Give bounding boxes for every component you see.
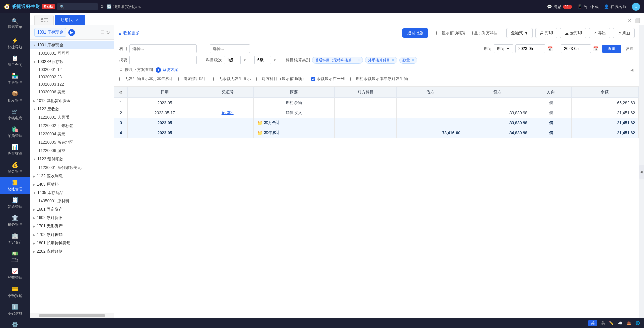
- tree-item-1132[interactable]: ▶ 1132 应收利息: [30, 172, 114, 180]
- sidebar-item-tax[interactable]: 🏛️ 税务管理: [0, 212, 30, 230]
- navigate-next-btn[interactable]: ▶: [68, 29, 75, 36]
- search-box[interactable]: 🔍: [57, 3, 98, 10]
- scheme-btn[interactable]: 系统方案: [162, 67, 178, 73]
- sidebar-item-xc-sales[interactable]: 💳 小畅报销: [0, 283, 30, 301]
- cloud-print-btn[interactable]: ☁ 云打印: [560, 28, 586, 38]
- tree-list-icon[interactable]: ☰: [101, 30, 105, 35]
- period-end-input[interactable]: [561, 44, 591, 53]
- tab-detail-ledger[interactable]: 明细账 ✕: [55, 15, 85, 25]
- tree-item-1702[interactable]: ▶ 1702 累计摊销: [30, 231, 114, 239]
- level-dropdown[interactable]: ▼: [243, 58, 246, 62]
- check-opening-balance[interactable]: 期初余额显示本年累计发生额: [350, 76, 408, 82]
- summary-input[interactable]: [129, 56, 197, 64]
- level-end-input[interactable]: [254, 56, 271, 64]
- tree-item-1001[interactable]: ▼ 1001 库存现金: [30, 41, 114, 49]
- balance-one-col-checkbox[interactable]: [311, 77, 315, 81]
- tree-item-1701[interactable]: ▶ 1701 无形资产: [30, 222, 114, 231]
- refresh-btn[interactable]: ⟳ 刷新: [613, 28, 635, 38]
- tree-item-11220004[interactable]: 11220004 美元: [30, 130, 114, 138]
- tree-item-10020006[interactable]: 10020006 美元: [30, 88, 114, 96]
- tree-scrollbar[interactable]: [30, 313, 114, 318]
- tree-item-1801[interactable]: ▶ 1801 长期待摊费用: [30, 239, 114, 247]
- level-end-dropdown[interactable]: ▼: [273, 58, 276, 62]
- tree-item-1602[interactable]: ▶ 1602 累计折旧: [30, 214, 114, 222]
- sidebar-item-retail[interactable]: 🏪 零售管理: [0, 70, 30, 88]
- td-voucher-2[interactable]: 记-006: [202, 108, 253, 118]
- amount-style-btn[interactable]: 金额式 ▼: [506, 28, 533, 38]
- sidebar-item-purchase[interactable]: 🛍️ 采购管理: [0, 123, 30, 141]
- period-type-select[interactable]: 期间 ▼: [494, 44, 513, 53]
- check-opposite-subject[interactable]: 对方科目（显示辅助项）: [256, 76, 306, 82]
- app-download-btn[interactable]: 📱 App下载: [577, 4, 599, 10]
- tree-item-10020002[interactable]: 10020002 23: [30, 73, 114, 81]
- settings-icon[interactable]: ⚙: [100, 4, 104, 9]
- tab-home[interactable]: 首页: [34, 15, 54, 25]
- tree-item-2202[interactable]: ▶ 2202 应付账款: [30, 247, 114, 256]
- tree-item-10010001[interactable]: 10010001 同同同: [30, 49, 114, 58]
- tree-item-11220005[interactable]: 11220005 所在地区: [30, 138, 114, 147]
- level-start-input[interactable]: [224, 56, 241, 64]
- show-aux-check[interactable]: 显示辅助核算: [436, 30, 466, 36]
- tree-item-1405[interactable]: ▼ 1405 库存商品: [30, 189, 114, 197]
- tree-item-11220001[interactable]: 11220001 人民币: [30, 113, 114, 122]
- status-item-download[interactable]: 📥: [627, 321, 631, 325]
- tag-remove-1[interactable]: ✕: [357, 58, 360, 62]
- tree-item-1123[interactable]: ▼ 1123 预付账款: [30, 155, 114, 163]
- subject-start-input[interactable]: [129, 44, 197, 53]
- maximize-icon[interactable]: ⬜: [634, 18, 640, 23]
- sidebar-item-quick-nav[interactable]: ⚡ 快捷导航: [0, 35, 30, 52]
- settings-link[interactable]: 设置: [625, 46, 633, 52]
- sidebar-item-search-menu[interactable]: 🔍 搜索菜单: [0, 16, 30, 33]
- column-settings-icon[interactable]: ⚙: [119, 90, 123, 95]
- message-btn[interactable]: 💬 消息 99+: [547, 4, 572, 10]
- status-item-1[interactable]: 英: [601, 321, 605, 326]
- export-btn[interactable]: ↗ 导出: [589, 28, 610, 38]
- show-opposite-check[interactable]: 显示对方科目: [469, 30, 498, 36]
- tree-item-14050001[interactable]: 14050001 原材料: [30, 197, 114, 205]
- lang-switch-btn[interactable]: 英: [588, 320, 597, 326]
- status-item-cloud[interactable]: ☁️: [618, 321, 623, 325]
- subject-end-input[interactable]: [210, 44, 250, 53]
- sidebar-item-fixed-assets[interactable]: 🏢 固定资产: [0, 230, 30, 248]
- tree-item-1601[interactable]: ▶ 1601 固定资产: [30, 205, 114, 214]
- check-no-balance-show[interactable]: 无余额无发生显示: [213, 76, 251, 82]
- opposite-subject-checkbox[interactable]: [256, 77, 260, 81]
- tag-remove-3[interactable]: ✕: [411, 58, 414, 62]
- check-hide-disabled[interactable]: 隐藏禁用科目: [178, 76, 208, 82]
- period-start-input[interactable]: [515, 44, 545, 53]
- tree-expand-icon[interactable]: ⟲: [106, 30, 110, 35]
- sidebar-item-project-contract[interactable]: 📋 项目合同: [0, 52, 30, 70]
- tree-item-11220006[interactable]: 11220006 游戏: [30, 147, 114, 155]
- sidebar-item-ops[interactable]: 📈 经营管理: [0, 265, 30, 283]
- user-avatar[interactable]: U: [632, 3, 640, 11]
- no-balance-checkbox[interactable]: [119, 77, 123, 81]
- current-account-btn[interactable]: 1001 库存现金: [34, 28, 66, 37]
- calendar-end-icon[interactable]: 📅: [593, 46, 598, 51]
- close-panel-icon[interactable]: ✕: [628, 18, 632, 23]
- demo-btn[interactable]: 🔄 我要看实例演示: [107, 4, 141, 10]
- tab-close-icon[interactable]: ✕: [76, 18, 79, 22]
- status-item-edit[interactable]: ✏️: [609, 321, 614, 325]
- right-collapse-btn[interactable]: ◀: [639, 165, 644, 179]
- sidebar-item-ecommerce[interactable]: 🛒 小畅电商: [0, 106, 30, 123]
- settings-circle-icon[interactable]: ⚙: [119, 68, 123, 72]
- tree-item-1403[interactable]: ▶ 1403 原材料: [30, 180, 114, 189]
- sidebar-item-invoice[interactable]: 🧾 发票管理: [0, 194, 30, 212]
- show-aux-checkbox[interactable]: [436, 31, 440, 35]
- query-btn[interactable]: 查询: [602, 45, 621, 53]
- return-old-version-btn[interactable]: 退回旧版: [402, 28, 428, 38]
- sidebar-item-base-info[interactable]: ℹ️ 基础信息: [0, 301, 30, 319]
- tag-remove-2[interactable]: ✕: [391, 58, 394, 62]
- hide-disabled-checkbox[interactable]: [178, 77, 182, 81]
- sidebar-item-inventory[interactable]: 📊 库存核算: [0, 141, 30, 159]
- tree-item-1002[interactable]: ▼ 1002 银行存款: [30, 58, 114, 66]
- status-item-global[interactable]: 🌐: [635, 321, 640, 325]
- sidebar-item-payroll[interactable]: 💵 工资: [0, 248, 30, 265]
- collapse-more-btn[interactable]: ▲ 收起更多: [118, 30, 140, 36]
- show-opposite-checkbox[interactable]: [469, 31, 473, 35]
- tree-item-10020001[interactable]: 10020001 12: [30, 66, 114, 73]
- tree-item-11230001[interactable]: 11230001 预付账款美元: [30, 163, 114, 172]
- calendar-start-icon[interactable]: 📅: [547, 46, 553, 51]
- sidebar-item-general-ledger[interactable]: 📒 总账管理: [0, 177, 30, 194]
- tree-item-10020003[interactable]: 10020003 122: [30, 81, 114, 88]
